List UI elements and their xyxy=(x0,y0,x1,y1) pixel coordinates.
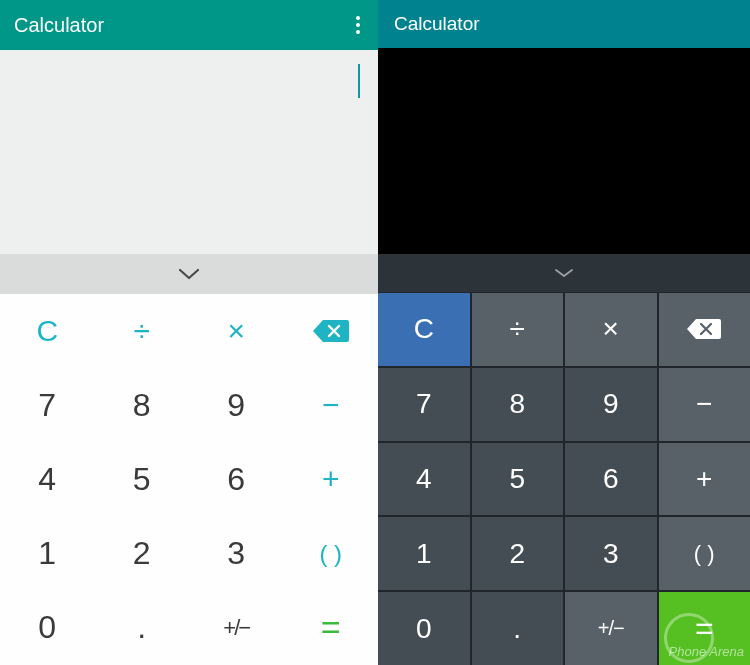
chevron-down-icon xyxy=(177,267,201,281)
nine-button[interactable]: 9 xyxy=(565,368,657,441)
backspace-icon xyxy=(685,317,723,341)
parentheses-button[interactable]: ( ) xyxy=(659,517,751,590)
clear-button[interactable]: C xyxy=(378,293,470,366)
plus-button[interactable]: + xyxy=(284,442,379,516)
four-button[interactable]: 4 xyxy=(0,442,95,516)
equals-button[interactable]: = xyxy=(284,591,379,665)
clear-button[interactable]: C xyxy=(0,294,95,368)
expand-handle[interactable] xyxy=(0,254,378,294)
five-button[interactable]: 5 xyxy=(95,442,190,516)
equals-button[interactable]: = xyxy=(659,592,751,665)
backspace-button[interactable] xyxy=(284,294,379,368)
plus-minus-button[interactable]: +/− xyxy=(565,592,657,665)
multiply-button[interactable]: × xyxy=(565,293,657,366)
multiply-button[interactable]: × xyxy=(189,294,284,368)
six-button[interactable]: 6 xyxy=(189,442,284,516)
divide-button[interactable]: ÷ xyxy=(95,294,190,368)
parentheses-button[interactable]: ( ) xyxy=(284,517,379,591)
app-title: Calculator xyxy=(14,14,104,37)
seven-button[interactable]: 7 xyxy=(378,368,470,441)
plus-minus-button[interactable]: +/− xyxy=(189,591,284,665)
titlebar: Calculator xyxy=(378,0,750,48)
titlebar: Calculator xyxy=(0,0,378,50)
one-button[interactable]: 1 xyxy=(0,517,95,591)
one-button[interactable]: 1 xyxy=(378,517,470,590)
two-button[interactable]: 2 xyxy=(472,517,564,590)
eight-button[interactable]: 8 xyxy=(472,368,564,441)
eight-button[interactable]: 8 xyxy=(95,368,190,442)
overflow-menu-icon[interactable] xyxy=(352,10,364,40)
keypad: C ÷ × 7 8 9 − 4 5 6 + 1 2 3 ( ) 0 . +/− … xyxy=(0,294,378,665)
decimal-button[interactable]: . xyxy=(472,592,564,665)
divide-button[interactable]: ÷ xyxy=(472,293,564,366)
display-area[interactable] xyxy=(0,50,378,254)
decimal-button[interactable]: . xyxy=(95,591,190,665)
backspace-button[interactable] xyxy=(659,293,751,366)
app-title: Calculator xyxy=(394,13,480,35)
seven-button[interactable]: 7 xyxy=(0,368,95,442)
three-button[interactable]: 3 xyxy=(189,517,284,591)
three-button[interactable]: 3 xyxy=(565,517,657,590)
zero-button[interactable]: 0 xyxy=(0,591,95,665)
text-cursor xyxy=(358,64,360,98)
four-button[interactable]: 4 xyxy=(378,443,470,516)
display-area[interactable] xyxy=(378,48,750,254)
chevron-down-icon xyxy=(553,267,575,279)
minus-button[interactable]: − xyxy=(284,368,379,442)
expand-handle[interactable] xyxy=(378,254,750,292)
six-button[interactable]: 6 xyxy=(565,443,657,516)
backspace-icon xyxy=(311,318,351,344)
two-button[interactable]: 2 xyxy=(95,517,190,591)
five-button[interactable]: 5 xyxy=(472,443,564,516)
minus-button[interactable]: − xyxy=(659,368,751,441)
calculator-light: Calculator C ÷ × 7 8 9 − 4 5 6 + 1 2 3 xyxy=(0,0,378,665)
calculator-dark: Calculator C ÷ × 7 8 9 − 4 5 6 + 1 2 3 (… xyxy=(378,0,750,665)
nine-button[interactable]: 9 xyxy=(189,368,284,442)
plus-button[interactable]: + xyxy=(659,443,751,516)
zero-button[interactable]: 0 xyxy=(378,592,470,665)
keypad: C ÷ × 7 8 9 − 4 5 6 + 1 2 3 ( ) 0 . +/− … xyxy=(378,292,750,665)
